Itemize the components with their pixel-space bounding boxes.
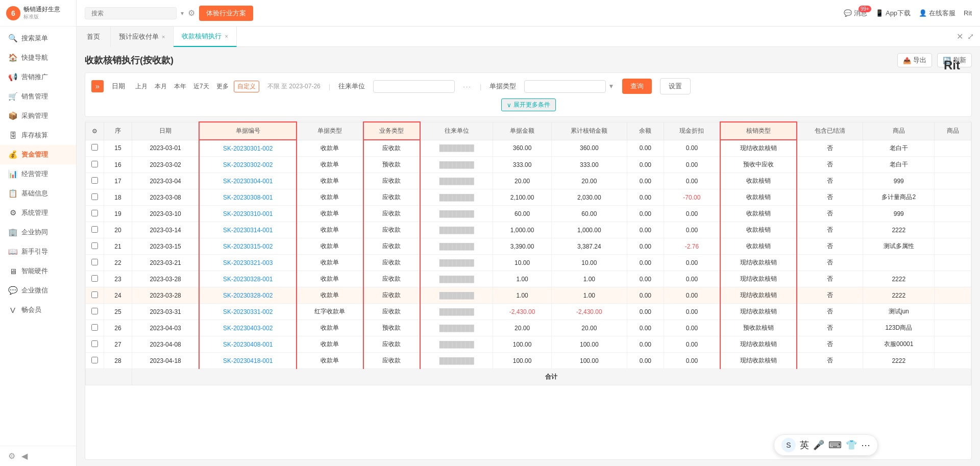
tab-home[interactable]: 首页 bbox=[77, 27, 111, 47]
cell-unit: ████████ bbox=[420, 189, 493, 206]
export-button[interactable]: 📤 导出 bbox=[897, 53, 932, 67]
app-download-button[interactable]: 📱 App下载 bbox=[875, 9, 911, 18]
table-row[interactable]: 27 2023-04-08 SK-20230408-001 收款单 应收款 ██… bbox=[86, 336, 971, 353]
header-gear-icon[interactable]: ⚙ bbox=[188, 8, 195, 18]
bill-no-link[interactable]: SK-20230314-001 bbox=[223, 227, 273, 234]
cell-checkbox[interactable] bbox=[86, 157, 104, 173]
floating-more-icon[interactable]: ⋯ bbox=[861, 439, 870, 451]
cell-checkbox[interactable] bbox=[86, 271, 104, 287]
filter-settings-button[interactable]: 设置 bbox=[660, 78, 691, 94]
cell-checkbox[interactable] bbox=[86, 353, 104, 369]
sidebar-item-purchase[interactable]: 📦采购管理 bbox=[0, 106, 76, 126]
table-row[interactable]: 17 2023-03-04 SK-20230304-001 收款单 应收款 ██… bbox=[86, 173, 971, 189]
cell-cash-discount: 0.00 bbox=[664, 173, 720, 189]
table-row[interactable]: 25 2023-03-31 SK-20230331-002 红字收款单 应收款 … bbox=[86, 304, 971, 320]
solution-button[interactable]: 体验行业方案 bbox=[199, 6, 253, 21]
table-row[interactable]: 24 2023-03-28 SK-20230328-002 收款单 应收款 ██… bbox=[86, 287, 971, 304]
sidebar-item-finance[interactable]: 💰资金管理 bbox=[0, 145, 76, 164]
cell-checkbox[interactable] bbox=[86, 255, 104, 271]
tab-close-payable[interactable]: × bbox=[162, 27, 165, 47]
col-gear[interactable]: ⚙ bbox=[86, 122, 104, 140]
table-row[interactable]: 26 2023-04-03 SK-20230403-002 收款单 预收款 ██… bbox=[86, 320, 971, 336]
cell-checkbox[interactable] bbox=[86, 173, 104, 189]
date-this-year[interactable]: 本年 bbox=[172, 81, 188, 92]
filter-expand-button[interactable]: » bbox=[91, 80, 104, 92]
cell-checkbox[interactable] bbox=[86, 222, 104, 238]
bill-no-link[interactable]: SK-20230315-002 bbox=[223, 243, 273, 250]
sidebar-item-guide[interactable]: 📖新手引导 bbox=[0, 242, 76, 261]
sidebar-item-hardware[interactable]: 🖥智能硬件 bbox=[0, 261, 76, 281]
date-7days[interactable]: 近7天 bbox=[191, 81, 211, 92]
bill-no-link[interactable]: SK-20230310-001 bbox=[223, 210, 273, 217]
floating-keyboard-icon[interactable]: ⌨ bbox=[828, 439, 842, 451]
cell-checkbox[interactable] bbox=[86, 304, 104, 320]
bill-no-link[interactable]: SK-20230301-002 bbox=[223, 145, 273, 152]
header-dropdown-arrow[interactable]: ▾ bbox=[181, 10, 184, 17]
expand-tab-icon[interactable]: ⤢ bbox=[967, 32, 974, 41]
table-row[interactable]: 20 2023-03-14 SK-20230314-001 收款单 应收款 ██… bbox=[86, 222, 971, 238]
bill-no-link[interactable]: SK-20230328-002 bbox=[223, 292, 273, 299]
table-row[interactable]: 15 2023-03-01 SK-20230301-002 收款单 应收款 ██… bbox=[86, 140, 971, 157]
table-container: ⚙ 序 日期 单据编号 单据类型 业务类型 往来单位 单据金额 累计核销金额 余… bbox=[85, 121, 972, 460]
date-this-month[interactable]: 本月 bbox=[153, 81, 169, 92]
table-row[interactable]: 19 2023-03-10 SK-20230310-001 收款单 应收款 ██… bbox=[86, 206, 971, 222]
sidebar-item-inventory[interactable]: 🗄库存核算 bbox=[0, 126, 76, 145]
close-tab-icon[interactable]: ✕ bbox=[957, 32, 963, 41]
bill-no-link[interactable]: SK-20230308-001 bbox=[223, 194, 273, 201]
bill-no-link[interactable]: SK-20230418-001 bbox=[223, 357, 273, 364]
table-scroll[interactable]: ⚙ 序 日期 单据编号 单据类型 业务类型 往来单位 单据金额 累计核销金额 余… bbox=[85, 121, 971, 459]
online-service-button[interactable]: 👤 在线客服 bbox=[919, 9, 955, 18]
cell-checkbox[interactable] bbox=[86, 140, 104, 157]
bill-no-link[interactable]: SK-20230328-001 bbox=[223, 276, 273, 283]
cell-checkbox[interactable] bbox=[86, 320, 104, 336]
sidebar-item-marketing[interactable]: 📢营销推广 bbox=[0, 67, 76, 87]
table-row[interactable]: 22 2023-03-21 SK-20230321-003 收款单 应收款 ██… bbox=[86, 255, 971, 271]
cell-checkbox[interactable] bbox=[86, 189, 104, 206]
table-row[interactable]: 21 2023-03-15 SK-20230315-002 收款单 应收款 ██… bbox=[86, 238, 971, 255]
cell-checkbox[interactable] bbox=[86, 287, 104, 304]
cell-include-cleared: 否 bbox=[797, 271, 863, 287]
tab-close-collection[interactable]: × bbox=[225, 26, 228, 46]
table-row[interactable]: 18 2023-03-08 SK-20230308-001 收款单 应收款 ██… bbox=[86, 189, 971, 206]
sidebar-item-operation[interactable]: 📊经营管理 bbox=[0, 164, 76, 184]
sidebar-item-quicknav[interactable]: 🏠快捷导航 bbox=[0, 48, 76, 67]
message-button[interactable]: 💬 消息 99+ bbox=[844, 9, 867, 18]
sidebar-item-member[interactable]: V畅会员 bbox=[0, 300, 76, 320]
date-custom[interactable]: 自定义 bbox=[234, 81, 259, 92]
table-row[interactable]: 28 2023-04-18 SK-20230418-001 收款单 应收款 ██… bbox=[86, 353, 971, 369]
sidebar-item-enterprise[interactable]: 🏢企业协同 bbox=[0, 223, 76, 242]
sidebar-item-sales[interactable]: 🛒销售管理 bbox=[0, 87, 76, 106]
table-row[interactable]: 23 2023-03-28 SK-20230328-001 收款单 应收款 ██… bbox=[86, 271, 971, 287]
bill-no-link[interactable]: SK-20230304-001 bbox=[223, 178, 273, 185]
sidebar-item-search[interactable]: 🔍搜索菜单 bbox=[0, 29, 76, 48]
sidebar-item-system[interactable]: ⚙系统管理 bbox=[0, 203, 76, 223]
cell-cancel-type: 预收款核销 bbox=[720, 320, 797, 336]
user-menu[interactable]: Rit bbox=[964, 9, 972, 17]
header-search-input[interactable] bbox=[85, 7, 177, 19]
cell-checkbox[interactable] bbox=[86, 238, 104, 255]
bill-no-link[interactable]: SK-20230403-002 bbox=[223, 325, 273, 332]
date-more[interactable]: 更多 bbox=[214, 81, 231, 92]
expand-more-button[interactable]: ∨ 展开更多条件 bbox=[501, 99, 556, 111]
sidebar-item-basic[interactable]: 📋基础信息 bbox=[0, 184, 76, 203]
bill-no-link[interactable]: SK-20230302-002 bbox=[223, 161, 273, 168]
tab-payable[interactable]: 预计应收付单× bbox=[111, 27, 174, 47]
cell-checkbox[interactable] bbox=[86, 206, 104, 222]
type-dropdown-arrow[interactable]: ▼ bbox=[608, 83, 614, 90]
query-button[interactable]: 查询 bbox=[622, 79, 652, 94]
floating-mic-icon[interactable]: 🎤 bbox=[813, 439, 824, 451]
bill-no-link[interactable]: SK-20230321-003 bbox=[223, 259, 273, 266]
table-row[interactable]: 16 2023-03-02 SK-20230302-002 收款单 预收款 ██… bbox=[86, 157, 971, 173]
date-last-month[interactable]: 上月 bbox=[133, 81, 150, 92]
bill-no-link[interactable]: SK-20230331-002 bbox=[223, 308, 273, 315]
settings-icon[interactable]: ⚙ bbox=[8, 451, 15, 461]
unit-filter-input[interactable] bbox=[373, 80, 455, 93]
cell-checkbox[interactable] bbox=[86, 336, 104, 353]
sidebar-item-wechat[interactable]: 💬企业微信 bbox=[0, 281, 76, 300]
collapse-icon[interactable]: ◀ bbox=[21, 451, 28, 461]
type-filter-input[interactable] bbox=[524, 80, 606, 93]
floating-text-icon[interactable]: 英 bbox=[800, 439, 809, 451]
bill-no-link[interactable]: SK-20230408-001 bbox=[223, 341, 273, 348]
floating-shirt-icon[interactable]: 👕 bbox=[846, 439, 857, 451]
tab-collection[interactable]: 收款核销执行× bbox=[174, 27, 236, 47]
